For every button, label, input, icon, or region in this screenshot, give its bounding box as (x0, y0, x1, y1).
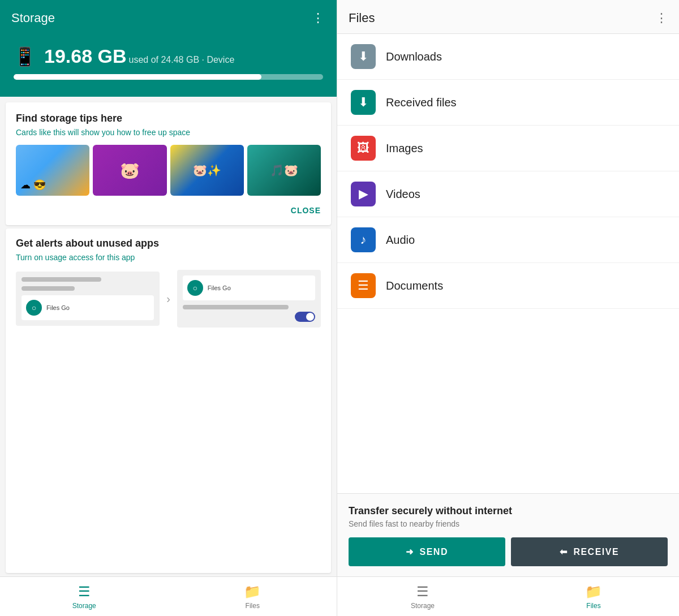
storage-row: 📱 19.68 GB used of 24.48 GB · Device (14, 45, 323, 67)
mockup-right: ○ Files Go (177, 270, 321, 328)
tips-card-images (16, 145, 321, 196)
downloads-label: Downloads (386, 50, 442, 63)
right-files-tab-icon: 📁 (585, 584, 602, 600)
file-item-audio[interactable]: ♪ Audio (337, 217, 679, 263)
left-bottom-bar: ☰ Storage 📁 Files (0, 576, 337, 616)
storage-tab-label: Storage (72, 602, 96, 610)
file-item-images[interactable]: 🖼 Images (337, 126, 679, 171)
alerts-card-title: Get alerts about unused apps (16, 238, 321, 249)
mockup-line-1 (22, 277, 101, 282)
file-item-videos[interactable]: ▶ Videos (337, 171, 679, 217)
send-label: SEND (420, 547, 448, 557)
toggle-switch[interactable] (295, 312, 315, 322)
right-tab-storage[interactable]: ☰ Storage (337, 577, 508, 616)
file-item-documents[interactable]: ☰ Documents (337, 263, 679, 309)
mockup-app-name: Files Go (46, 304, 70, 311)
videos-icon: ▶ (351, 182, 376, 206)
mockup-arrow-icon: › (166, 292, 170, 305)
documents-icon: ☰ (351, 273, 376, 298)
received-icon: ⬇ (351, 90, 376, 115)
right-tab-files[interactable]: 📁 Files (508, 577, 679, 616)
left-app-title: Storage (11, 11, 55, 25)
videos-label: Videos (386, 188, 420, 201)
storage-used-gb: 19.68 GB (44, 45, 127, 67)
mockup-bar (183, 305, 289, 309)
received-label: Received files (386, 96, 457, 109)
tips-image-4 (247, 145, 321, 196)
documents-label: Documents (386, 279, 443, 292)
transfer-buttons: ➜ SEND ⬅ RECEIVE (349, 537, 668, 566)
storage-text-block: 19.68 GB used of 24.48 GB · Device (44, 45, 234, 67)
card-close-row: CLOSE (16, 204, 321, 217)
tips-card-title: Find storage tips here (16, 113, 321, 124)
right-header: Files ⋮ (337, 0, 679, 34)
right-storage-tab-label: Storage (411, 602, 435, 610)
mockup-app-row: ○ Files Go (22, 295, 154, 320)
send-icon: ➜ (406, 546, 414, 557)
files-tab-label: Files (246, 602, 260, 610)
downloads-icon: ⬇ (351, 44, 376, 69)
tips-card: Find storage tips here Cards like this w… (6, 102, 331, 225)
tips-image-1 (16, 145, 89, 196)
alerts-card-subtitle: Turn on usage access for this app (16, 253, 321, 262)
transfer-title: Transfer securely without internet (349, 505, 668, 517)
mockup-right-app-icon: ○ (187, 280, 203, 296)
transfer-section: Transfer securely without internet Send … (337, 493, 679, 576)
left-panel: Storage ⋮ 📱 19.68 GB used of 24.48 GB · … (0, 0, 337, 616)
mockup-app-icon: ○ (26, 300, 42, 316)
mockup-left: ○ Files Go (16, 272, 160, 326)
storage-suffix: used of 24.48 GB · Device (129, 55, 235, 65)
mockup-line-2 (22, 286, 75, 291)
storage-bar (14, 74, 323, 80)
left-menu-icon[interactable]: ⋮ (312, 11, 325, 25)
right-menu-icon[interactable]: ⋮ (655, 11, 668, 25)
tips-image-2 (93, 145, 166, 196)
file-item-downloads[interactable]: ⬇ Downloads (337, 34, 679, 80)
right-storage-tab-icon: ☰ (416, 584, 429, 600)
left-tab-storage[interactable]: ☰ Storage (0, 577, 169, 616)
right-app-title: Files (349, 11, 375, 25)
card2-mockup: ○ Files Go › ○ Files Go (16, 270, 321, 328)
tips-image-3 (170, 145, 244, 196)
receive-label: RECEIVE (573, 547, 619, 557)
audio-icon: ♪ (351, 227, 376, 252)
mockup-right-app-name: Files Go (208, 285, 231, 291)
storage-bar-fill (14, 74, 261, 80)
file-list: ⬇ Downloads ⬇ Received files 🖼 Images ▶ … (337, 34, 679, 493)
storage-info-section: 📱 19.68 GB used of 24.48 GB · Device (0, 34, 337, 97)
receive-button[interactable]: ⬅ RECEIVE (511, 537, 668, 566)
images-label: Images (386, 142, 423, 155)
send-button[interactable]: ➜ SEND (349, 537, 505, 566)
files-tab-icon: 📁 (244, 584, 261, 600)
tips-card-subtitle: Cards like this will show you how to fre… (16, 128, 321, 137)
close-button[interactable]: CLOSE (291, 204, 321, 217)
right-bottom-bar: ☰ Storage 📁 Files (337, 576, 679, 616)
mockup-right-app: ○ Files Go (183, 275, 315, 300)
file-item-received[interactable]: ⬇ Received files (337, 80, 679, 126)
storage-tab-icon: ☰ (78, 584, 91, 600)
storage-label-row: 19.68 GB used of 24.48 GB · Device (44, 45, 234, 67)
right-panel: Files ⋮ ⬇ Downloads ⬇ Received files 🖼 I… (337, 0, 679, 616)
alerts-card: Get alerts about unused apps Turn on usa… (6, 229, 331, 573)
right-files-tab-label: Files (586, 602, 600, 610)
receive-icon: ⬅ (560, 546, 568, 557)
transfer-subtitle: Send files fast to nearby friends (349, 519, 668, 528)
left-header: Storage ⋮ (0, 0, 337, 34)
mockup-toggle-row (183, 312, 315, 322)
phone-icon: 📱 (14, 46, 36, 67)
images-icon: 🖼 (351, 136, 376, 161)
audio-label: Audio (386, 234, 415, 247)
left-tab-files[interactable]: 📁 Files (169, 577, 337, 616)
